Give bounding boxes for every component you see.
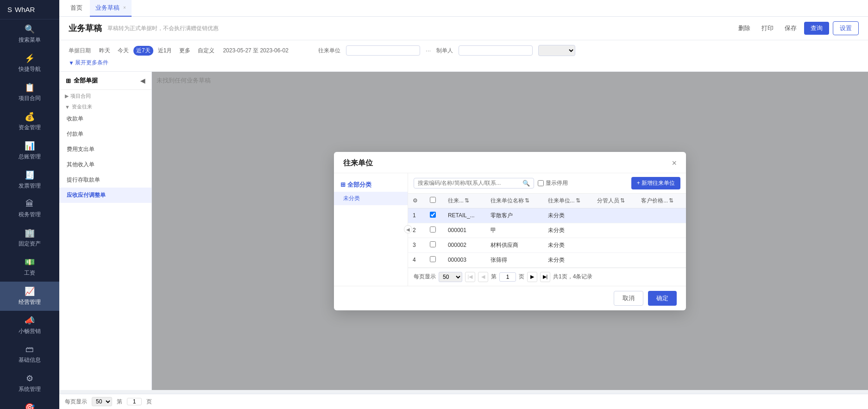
nav-item-expense[interactable]: 费用支出单 bbox=[59, 142, 151, 157]
sidebar-item-search[interactable]: 🔍搜索菜单 bbox=[0, 19, 59, 49]
sidebar-item-marketing[interactable]: 📣小畅营销 bbox=[0, 311, 59, 340]
row-checkbox[interactable] bbox=[425, 208, 443, 223]
query-button[interactable]: 查询 bbox=[804, 22, 829, 35]
all-category-item[interactable]: ⊞ 全部分类 bbox=[334, 178, 408, 192]
project-icon: 📋 bbox=[25, 82, 35, 93]
horizontal-scrollbar[interactable] bbox=[59, 390, 868, 394]
guide-icon: 🎯 bbox=[25, 403, 35, 409]
tax-icon: 🏛 bbox=[25, 199, 34, 209]
next-page-button[interactable]: ▶ bbox=[527, 272, 537, 282]
basic-icon: 🗃 bbox=[25, 345, 34, 354]
panel-toggle-icon[interactable]: ◀ bbox=[140, 77, 145, 84]
sidebar-item-assets[interactable]: 🏢固定资产 bbox=[0, 223, 59, 252]
search-icon: 🔍 bbox=[522, 180, 530, 187]
right-area: 未找到任何业务草稿 往来单位 × ⊞ bbox=[152, 72, 868, 390]
date-btn-今天[interactable]: 今天 bbox=[115, 46, 132, 56]
confirm-button[interactable]: 确定 bbox=[648, 291, 677, 306]
col-settings[interactable]: ⚙ bbox=[408, 194, 425, 208]
bottom-page-input[interactable] bbox=[127, 398, 142, 405]
expand-btn[interactable]: ▼ 展开更多条件 bbox=[69, 59, 859, 67]
nav-item-income[interactable]: 其他收入单 bbox=[59, 157, 151, 172]
col-checkbox[interactable] bbox=[425, 194, 443, 208]
settings-button[interactable]: 设置 bbox=[833, 21, 859, 35]
row-checkbox[interactable] bbox=[425, 238, 443, 252]
nav-item-bank[interactable]: 提行存取款单 bbox=[59, 172, 151, 188]
tab-home[interactable]: 首页 bbox=[65, 0, 88, 17]
nav-item-payment[interactable]: 付款单 bbox=[59, 126, 151, 142]
creator-select[interactable] bbox=[538, 45, 575, 56]
page-number-input[interactable]: 1 bbox=[499, 272, 516, 282]
save-button[interactable]: 保存 bbox=[781, 22, 800, 34]
tab-draft[interactable]: 业务草稿× bbox=[90, 0, 132, 17]
row-checkbox[interactable] bbox=[425, 223, 443, 238]
search-icon: 🔍 bbox=[25, 24, 35, 34]
nav-item-receipt[interactable]: 收款单 bbox=[59, 111, 151, 126]
creator-input[interactable] bbox=[459, 45, 533, 56]
dialog-close-button[interactable]: × bbox=[672, 158, 677, 168]
sidebar-item-tax[interactable]: 🏛税务管理 bbox=[0, 195, 59, 223]
date-btn-自定义[interactable]: 自定义 bbox=[195, 46, 217, 56]
row-code: 000003 bbox=[443, 252, 486, 267]
nav-item-adjust[interactable]: 应收应付调整单 bbox=[59, 188, 151, 203]
select-all-checkbox[interactable] bbox=[430, 197, 436, 203]
sort-icon-cat: ⇅ bbox=[576, 197, 580, 204]
sidebar-item-ops[interactable]: 📈经营管理 bbox=[0, 282, 59, 311]
tab-close-draft[interactable]: × bbox=[123, 5, 126, 10]
row-select-checkbox[interactable] bbox=[430, 256, 436, 262]
search-wrap: 🔍 bbox=[414, 178, 534, 189]
header-actions: 删除 打印 保存 查询 设置 bbox=[735, 21, 859, 35]
sidebar-label-quick-nav: 快捷导航 bbox=[19, 65, 41, 73]
creator-filter-label: 制单人 bbox=[436, 47, 453, 55]
bottom-per-page-select[interactable]: 50 bbox=[92, 397, 112, 406]
add-partner-button[interactable]: + 新增往来单位 bbox=[631, 177, 680, 189]
delete-button[interactable]: 删除 bbox=[735, 22, 754, 34]
show-disabled-label[interactable]: 显示停用 bbox=[538, 179, 568, 187]
page-header: 业务草稿 草稿转为正式单据时，不会执行满赠促销优惠 删除 打印 保存 查询 设置 bbox=[59, 17, 868, 40]
collapse-category-button[interactable]: ◀ bbox=[404, 225, 412, 233]
sidebar-item-project[interactable]: 📋项目合同 bbox=[0, 78, 59, 107]
per-page-select[interactable]: 50 100 bbox=[439, 272, 462, 282]
partner-search-input[interactable] bbox=[418, 180, 521, 186]
nav-section-project[interactable]: ▶ 项目合同 bbox=[59, 90, 151, 101]
cancel-button[interactable]: 取消 bbox=[614, 291, 643, 306]
prev-page-button[interactable]: ◀ bbox=[478, 272, 488, 282]
category-item-uncategorized[interactable]: 未分类 bbox=[334, 192, 408, 205]
partner-input[interactable] bbox=[346, 45, 420, 56]
chevron-right-icon: ▶ bbox=[65, 93, 69, 99]
table-row[interactable]: 4 000003 张筛得 未分类 bbox=[408, 252, 686, 267]
tab-label-home: 首页 bbox=[70, 4, 82, 12]
nav-section-finance[interactable]: ▼ 资金往来 bbox=[59, 101, 151, 111]
row-price bbox=[636, 252, 686, 267]
row-price bbox=[636, 208, 686, 223]
first-page-button[interactable]: |◀ bbox=[465, 272, 475, 282]
row-select-checkbox[interactable] bbox=[430, 212, 436, 218]
date-btn-近7天[interactable]: 近7天 bbox=[133, 46, 153, 56]
last-page-button[interactable]: ▶| bbox=[540, 272, 550, 282]
sidebar-item-system[interactable]: ⚙系统管理 bbox=[0, 369, 59, 398]
date-btn-昨天[interactable]: 昨天 bbox=[96, 46, 113, 56]
tab-bar: 首页业务草稿× bbox=[59, 0, 868, 17]
table-row[interactable]: 1 RETAIL_... 零散客户 未分类 bbox=[408, 208, 686, 223]
row-checkbox[interactable] bbox=[425, 252, 443, 267]
col-code[interactable]: 往来... ⇅ bbox=[443, 194, 486, 208]
date-btn-近1月[interactable]: 近1月 bbox=[155, 46, 175, 56]
row-select-checkbox[interactable] bbox=[430, 227, 436, 233]
date-options: 昨天今天近7天近1月更多自定义 bbox=[96, 46, 217, 56]
col-manager[interactable]: 分管人员 ⇅ bbox=[592, 194, 636, 208]
print-button[interactable]: 打印 bbox=[758, 22, 777, 34]
sidebar-item-guide[interactable]: 🎯新手引导 bbox=[0, 398, 59, 409]
table-row[interactable]: 3 000002 材料供应商 未分类 bbox=[408, 238, 686, 252]
sidebar-item-finance[interactable]: 💰资金管理 bbox=[0, 107, 59, 136]
sidebar-item-basic[interactable]: 🗃基础信息 bbox=[0, 340, 59, 369]
table-row[interactable]: 2 000001 甲 未分类 bbox=[408, 223, 686, 238]
col-category[interactable]: 往来单位... ⇅ bbox=[543, 194, 593, 208]
sidebar-item-salary[interactable]: 💵工资 bbox=[0, 252, 59, 282]
row-select-checkbox[interactable] bbox=[430, 241, 436, 247]
sidebar-item-account[interactable]: 📊总账管理 bbox=[0, 136, 59, 165]
sidebar-item-quick-nav[interactable]: ⚡快捷导航 bbox=[0, 49, 59, 78]
date-btn-更多[interactable]: 更多 bbox=[176, 46, 193, 56]
col-name[interactable]: 往来单位名称 ⇅ bbox=[486, 194, 543, 208]
sidebar-item-invoice[interactable]: 🧾发票管理 bbox=[0, 165, 59, 195]
col-price[interactable]: 客户价格... ⇅ bbox=[636, 194, 686, 208]
show-disabled-checkbox[interactable] bbox=[538, 180, 544, 186]
